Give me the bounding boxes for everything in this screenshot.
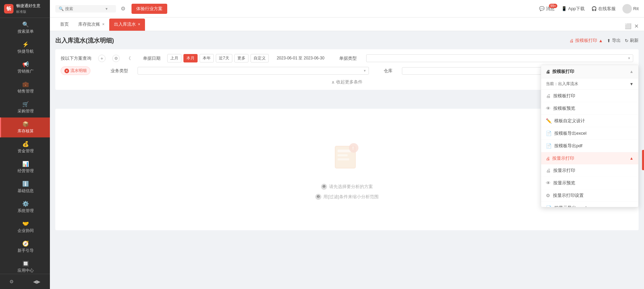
app-download-btn[interactable]: 📱 App下载 bbox=[561, 6, 585, 12]
sidebar-nav: 🔍 搜索菜单 ⚡ 快捷导航 📢 营销推广 💼 销售管理 🛒 采购管理 📦 库存核… bbox=[0, 18, 50, 274]
sidebar-settings-btn[interactable]: ⚙ bbox=[7, 278, 17, 286]
sidebar-item-system[interactable]: ⚙️ 系统管理 bbox=[0, 197, 50, 217]
current-year-btn[interactable]: 本年 bbox=[200, 54, 214, 62]
custom-btn[interactable]: 自定义 bbox=[251, 54, 269, 62]
dropdown-current[interactable]: 当前：出入库流水 ▼ bbox=[541, 78, 638, 90]
warehouse-label: 仓库 bbox=[384, 68, 392, 74]
dropdown-item-template-pdf[interactable]: 📄 按模板导出pdf bbox=[541, 140, 638, 152]
customer-service-btn[interactable]: 🎧 在线客服 bbox=[591, 6, 616, 12]
page-header: 出入库流水(流水明细) 🖨 按模板打印 ▲ ⬆ 导出 ↻ 刷新 bbox=[55, 36, 639, 45]
template-custom-icon: ✏️ bbox=[546, 118, 552, 124]
date-label: 单据日期 bbox=[143, 55, 160, 61]
system-icon: ⚙️ bbox=[22, 201, 29, 207]
tab-batch-close[interactable]: × bbox=[102, 22, 105, 27]
svg-rect-2 bbox=[338, 154, 348, 156]
tab-batch[interactable]: 库存批次账 × bbox=[74, 19, 109, 31]
print-dropdown-panel: 🖨 按模板打印 ▲ 当前：出入库流水 ▼ 🖨 按模板打印 👁 bbox=[541, 65, 639, 207]
topbar-right: 💬 消息 99+ 📱 App下载 🎧 在线客服 Rit bbox=[539, 4, 639, 14]
template-print-icon: 🖨 bbox=[546, 93, 551, 99]
sidebar-item-finance[interactable]: 💰 资金管理 bbox=[0, 137, 50, 157]
tab-flow-close[interactable]: × bbox=[138, 22, 140, 27]
print-header-icon: 🖨 bbox=[546, 69, 550, 74]
dropdown-section-display[interactable]: 🖨 按显示打印 ▲ bbox=[541, 152, 638, 164]
filter-collapse-btn[interactable]: 《 bbox=[126, 55, 131, 61]
right-edge-bar bbox=[642, 150, 644, 170]
guide-icon: 🧭 bbox=[22, 240, 29, 247]
message-btn[interactable]: 💬 消息 99+ bbox=[539, 6, 555, 12]
dropdown-item-display-print[interactable]: 🖨 按显示打印 bbox=[541, 164, 638, 177]
dropdown-scroll: 🖨 按模板打印 ▲ 当前：出入库流水 ▼ 🖨 按模板打印 👁 bbox=[541, 65, 638, 207]
gear-icon[interactable]: ⚙ bbox=[121, 5, 125, 12]
date-range-display: 2023-06-01 至 2023-06-30 bbox=[277, 55, 324, 61]
search-dropdown-arrow[interactable]: ▾ bbox=[106, 6, 108, 11]
apps-icon: 🔲 bbox=[22, 260, 29, 267]
tab-flow[interactable]: 出入库流水 × bbox=[109, 19, 145, 31]
tab-restore-btn[interactable]: ⬜ bbox=[625, 23, 632, 29]
sidebar-item-inventory[interactable]: 📦 库存核算 bbox=[0, 117, 50, 137]
sidebar-item-quicknav[interactable]: ⚡ 快捷导航 bbox=[0, 38, 50, 58]
corp-icon: 🤝 bbox=[22, 220, 29, 227]
sidebar-item-search[interactable]: 🔍 搜索菜单 bbox=[0, 18, 50, 38]
print-template-btn[interactable]: 🖨 按模板打印 ▲ bbox=[569, 37, 603, 44]
chevron-up-icon-filter: ∧ bbox=[331, 80, 335, 85]
phone-icon: 📱 bbox=[561, 6, 567, 11]
tab-bar: 首页 库存批次账 × 出入库流水 × ⬜ ✕ bbox=[50, 18, 644, 31]
type-select[interactable]: ▾ bbox=[366, 54, 633, 62]
dropdown-header-arrow[interactable]: ▲ bbox=[630, 69, 634, 74]
username-label: Rit bbox=[633, 6, 639, 11]
search-input[interactable] bbox=[65, 6, 106, 11]
quicknav-icon: ⚡ bbox=[22, 41, 29, 48]
topbar: 🔍 ▾ ⚙ 体验行业方案 💬 消息 99+ 📱 App下载 🎧 在线客服 Rit bbox=[50, 0, 644, 18]
message-badge: 99+ bbox=[549, 4, 557, 8]
sidebar-item-basic[interactable]: ℹ️ 基础信息 bbox=[0, 177, 50, 197]
sidebar-item-marketing[interactable]: 📢 营销推广 bbox=[0, 58, 50, 78]
svg-point-4 bbox=[349, 143, 358, 153]
dropdown-item-display-excel[interactable]: 📄 按显示导出excel bbox=[541, 202, 638, 207]
biz-type-arrow: ▾ bbox=[364, 69, 366, 73]
sidebar-item-operations[interactable]: 📊 经营管理 bbox=[0, 157, 50, 177]
tab-close-all-btn[interactable]: ✕ bbox=[634, 23, 639, 29]
empty-illustration: ! bbox=[330, 139, 364, 180]
message-icon: 💬 bbox=[539, 6, 545, 11]
last7-btn[interactable]: 近7天 bbox=[216, 54, 232, 62]
display-print-icon: 🖨 bbox=[546, 168, 551, 173]
basic-icon: ℹ️ bbox=[22, 181, 29, 187]
headset-icon: 🎧 bbox=[591, 6, 597, 11]
display-section-title: 🖨 按显示打印 bbox=[546, 155, 574, 161]
sidebar-collapse-btn[interactable]: ◀▶ bbox=[30, 278, 43, 286]
biz-type-select[interactable]: ▾ bbox=[138, 67, 369, 75]
refresh-btn[interactable]: ↻ 刷新 bbox=[625, 37, 639, 44]
export-btn[interactable]: ⬆ 导出 bbox=[607, 37, 621, 44]
sidebar-item-guide[interactable]: 🧭 新手引导 bbox=[0, 237, 50, 257]
print-icon: 🖨 bbox=[569, 38, 574, 43]
prev-month-btn[interactable]: 上月 bbox=[167, 54, 181, 62]
operations-icon: 📊 bbox=[22, 161, 29, 167]
svg-rect-1 bbox=[338, 150, 351, 152]
filter-settings-btn[interactable]: ⚙ bbox=[112, 55, 120, 62]
dropdown-item-template-print[interactable]: 🖨 按模板打印 bbox=[541, 90, 638, 102]
sidebar-item-corp[interactable]: 🤝 企业协同 bbox=[0, 217, 50, 237]
search-icon: 🔍 bbox=[22, 21, 29, 28]
page-content: 出入库流水(流水明细) 🖨 按模板打印 ▲ ⬆ 导出 ↻ 刷新 bbox=[50, 31, 644, 289]
industry-btn[interactable]: 体验行业方案 bbox=[131, 4, 167, 14]
current-month-btn[interactable]: 本月 bbox=[183, 54, 198, 62]
sidebar-item-purchase[interactable]: 🛒 采购管理 bbox=[0, 98, 50, 117]
biz-type-label: 业务类型 bbox=[111, 68, 128, 74]
more-btn[interactable]: 更多 bbox=[234, 54, 248, 62]
sidebar-item-sales[interactable]: 💼 销售管理 bbox=[0, 78, 50, 98]
sidebar-bottom: ⚙ ◀▶ bbox=[0, 274, 50, 289]
chevron-up-icon: ▲ bbox=[598, 38, 603, 43]
dropdown-item-display-settings[interactable]: ⚙ 按显示打印设置 bbox=[541, 189, 638, 202]
logo-icon: 畅 bbox=[4, 4, 13, 14]
filter-add-btn[interactable]: + bbox=[98, 55, 106, 62]
filter-row-1: 按以下方案查询 + ⚙ 《 单据日期 上月 本月 本年 近7天 更多 自定义 2… bbox=[61, 54, 633, 62]
dropdown-item-template-preview[interactable]: 👁 按模板预览 bbox=[541, 102, 638, 115]
dropdown-item-template-custom[interactable]: ✏️ 模板自定义设计 bbox=[541, 115, 638, 127]
sidebar-item-apps[interactable]: 🔲 应用中心 bbox=[0, 257, 50, 274]
dropdown-item-template-excel[interactable]: 📄 按模板导出excel bbox=[541, 127, 638, 140]
tab-home[interactable]: 首页 bbox=[55, 19, 74, 31]
user-avatar-area[interactable]: Rit bbox=[622, 4, 639, 14]
filter-tag-icon: ● bbox=[64, 69, 69, 73]
inventory-icon: 📦 bbox=[22, 121, 29, 127]
dropdown-item-display-preview[interactable]: 👁 按显示预览 bbox=[541, 177, 638, 189]
